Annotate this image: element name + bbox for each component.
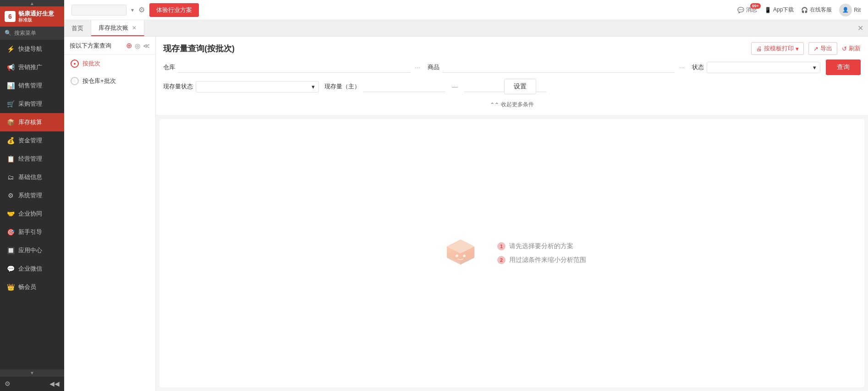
warehouse-input[interactable] [178, 62, 410, 73]
query-btn[interactable]: 查询 [826, 60, 861, 75]
stock-qty-field: 现存量（主） — [324, 81, 499, 92]
app-version: 标准版 [18, 17, 54, 23]
left-panel: 按以下方案查询 ⊕ ◎ ≪ ● 按批次 ○ 按仓库+批次 [64, 37, 156, 391]
stock-status-label: 现存量状态 [163, 82, 193, 91]
topbar: ▾ ⚙ 体验行业方案 💬 消息 99+ 📱 App下载 🎧 在线客服 👤 [64, 0, 868, 20]
user-profile-action[interactable]: 👤 Rit [839, 4, 861, 16]
phone-icon: 📱 [764, 7, 771, 13]
hint-2-text: 用过滤条件来缩小分析范围 [509, 256, 586, 264]
tabbar: 首页 库存批次账 ✕ ✕ [64, 20, 868, 37]
sidebar-item-purchase[interactable]: 🛒 采购管理 [0, 95, 64, 113]
warehouse-field: 仓库 ··· [163, 62, 422, 73]
experience-btn[interactable]: 体验行业方案 [149, 3, 199, 17]
operations-icon: 📋 [6, 155, 15, 163]
tab-home[interactable]: 首页 [64, 20, 91, 36]
search-icon: 🔍 [5, 30, 11, 36]
query-header: 现存量查询(按批次) 🖨 按模板打印 ▾ ↗ 导出 ↺ [156, 37, 868, 115]
sidebar-item-finance[interactable]: 💰 资金管理 [0, 131, 64, 150]
collapse-panel-icon[interactable]: ≪ [143, 42, 150, 49]
scheme-settings-icon[interactable]: ◎ [135, 42, 140, 49]
sidebar-item-marketing[interactable]: 📢 营销推广 [0, 58, 64, 76]
scheme-inactive-icon: ○ [71, 77, 79, 85]
sidebar-item-quick-nav[interactable]: ⚡ 快捷导航 [0, 40, 64, 58]
finance-icon: 💰 [6, 136, 15, 145]
tab-batch-account[interactable]: 库存批次账 ✕ [91, 20, 144, 36]
topbar-gear-icon[interactable]: ⚙ [138, 5, 145, 14]
settings-btn[interactable]: 设置 [504, 79, 536, 94]
print-btn[interactable]: 🖨 按模板打印 ▾ [751, 42, 804, 55]
sidebar-scroll-down[interactable]: ▼ [0, 369, 64, 376]
stock-status-dropdown-icon: ▾ [312, 83, 315, 90]
search-label: 搜索菜单 [14, 29, 36, 37]
quick-nav-icon: ⚡ [6, 45, 15, 53]
stock-qty-dash: — [448, 83, 461, 90]
main-area: ▾ ⚙ 体验行业方案 💬 消息 99+ 📱 App下载 🎧 在线客服 👤 [64, 0, 868, 391]
new-guide-icon: 🎯 [6, 228, 15, 236]
content-area: 按以下方案查询 ⊕ ◎ ≪ ● 按批次 ○ 按仓库+批次 现存量查询( [64, 37, 868, 391]
tab-close-btn[interactable]: ✕ [132, 25, 137, 31]
sidebar-item-system[interactable]: ⚙ 系统管理 [0, 186, 64, 205]
sidebar-item-sales[interactable]: 📊 销售管理 [0, 76, 64, 95]
export-btn[interactable]: ↗ 导出 [808, 42, 837, 55]
sidebar-item-label: 应用中心 [18, 246, 42, 255]
sidebar: ▲ 6 畅康通好生意 标准版 🔍 搜索菜单 ⚡ 快捷导航 📢 营销推广 📊 销售… [0, 0, 64, 391]
stock-status-field: 现存量状态 ▾ [163, 81, 319, 92]
hint-1: 1 请先选择要分析的方案 [497, 242, 586, 250]
product-more-icon[interactable]: ··· [677, 64, 687, 71]
scheme-warehouse-batch-label: 按仓库+批次 [82, 77, 116, 85]
sidebar-item-new-guide[interactable]: 🎯 新手引导 [0, 223, 64, 241]
sidebar-item-label: 基础信息 [18, 173, 42, 181]
scheme-item-warehouse-batch[interactable]: ○ 按仓库+批次 [64, 72, 155, 90]
chevron-up-icon: ⌃⌃ [490, 102, 499, 108]
inventory-icon: 📦 [6, 118, 15, 126]
scheme-item-batch[interactable]: ● 按批次 [64, 55, 155, 72]
collapse-btn[interactable]: ⌃⌃ 收起更多条件 [163, 98, 861, 111]
refresh-btn[interactable]: ↺ 刷新 [842, 44, 861, 53]
sidebar-item-enterprise[interactable]: 🤝 企业协同 [0, 205, 64, 223]
status-select[interactable]: ▾ [707, 62, 820, 73]
right-panel: 现存量查询(按批次) 🖨 按模板打印 ▾ ↗ 导出 ↺ [156, 37, 868, 391]
stock-qty-from-input[interactable] [363, 81, 445, 92]
add-scheme-icon[interactable]: ⊕ [126, 41, 132, 50]
warehouse-label: 仓库 [163, 63, 175, 71]
sidebar-item-app-center[interactable]: 🔲 应用中心 [0, 241, 64, 260]
sidebar-nav: ⚡ 快捷导航 📢 营销推广 📊 销售管理 🛒 采购管理 📦 库存核算 💰 资金管… [0, 40, 64, 369]
basics-icon: 🗂 [6, 173, 15, 181]
sidebar-item-label: 快捷导航 [18, 45, 42, 53]
sidebar-item-basics[interactable]: 🗂 基础信息 [0, 168, 64, 186]
warehouse-more-icon[interactable]: ··· [413, 64, 422, 71]
footer-collapse-icon[interactable]: ◀◀ [49, 380, 60, 387]
empty-illustration [438, 230, 483, 276]
panel-close-btn[interactable]: ✕ [853, 24, 868, 33]
filter-row-1: 仓库 ··· 商品 ··· 状态 ▾ [163, 60, 861, 75]
sidebar-item-label: 资金管理 [18, 136, 42, 145]
sidebar-header: 6 畅康通好生意 标准版 [0, 6, 64, 27]
hint-2: 2 用过滤条件来缩小分析范围 [497, 256, 586, 264]
messages-action[interactable]: 💬 消息 99+ [737, 6, 757, 14]
sidebar-item-member[interactable]: 👑 畅会员 [0, 278, 64, 296]
sidebar-item-operations[interactable]: 📋 经营管理 [0, 150, 64, 168]
sidebar-item-label: 企业微信 [18, 265, 42, 273]
app-name-block: 畅康通好生意 标准版 [18, 10, 54, 23]
empty-text: 1 请先选择要分析的方案 2 用过滤条件来缩小分析范围 [497, 242, 586, 264]
footer-settings-icon[interactable]: ⚙ [5, 380, 11, 387]
svg-point-5 [463, 255, 466, 257]
product-input[interactable] [442, 62, 675, 73]
sidebar-item-label: 营销推广 [18, 63, 42, 71]
online-service-action[interactable]: 🎧 在线客服 [801, 6, 832, 14]
title-actions: 🖨 按模板打印 ▾ ↗ 导出 ↺ 刷新 [751, 42, 861, 55]
hint-1-text: 请先选择要分析的方案 [509, 242, 573, 250]
sidebar-item-wechat[interactable]: 💬 企业微信 [0, 260, 64, 278]
username: Rit [854, 7, 861, 13]
refresh-label: 刷新 [849, 44, 861, 53]
svg-point-4 [456, 255, 458, 257]
sidebar-item-inventory[interactable]: 📦 库存核算 [0, 113, 64, 131]
print-dropdown-icon[interactable]: ▾ [796, 45, 799, 52]
stock-status-select[interactable]: ▾ [196, 81, 319, 92]
topbar-search-input[interactable] [71, 5, 126, 16]
stock-qty-label: 现存量（主） [324, 82, 360, 91]
sidebar-search[interactable]: 🔍 搜索菜单 [0, 27, 64, 40]
app-download-action[interactable]: 📱 App下载 [764, 6, 794, 14]
topbar-dropdown-icon[interactable]: ▾ [131, 7, 134, 13]
sidebar-scroll-up[interactable]: ▲ [0, 0, 64, 6]
